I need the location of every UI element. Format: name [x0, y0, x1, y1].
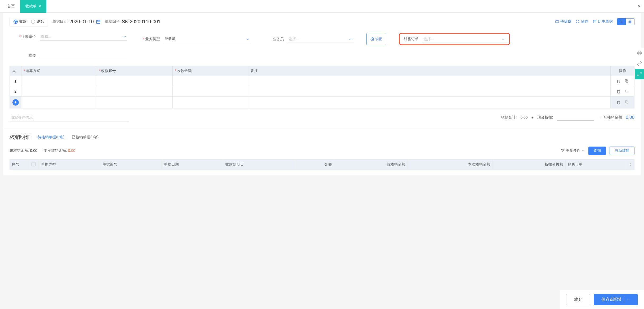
- discount-label: 现金折扣:: [537, 115, 553, 120]
- toolbar: 收款 退款 单据日期 2020-01-10 单据编号 SK-20200110-0…: [3, 13, 641, 29]
- unverified-amount: 未核销金额: 0.00: [10, 148, 37, 153]
- col-sort[interactable]: ▲▼: [627, 159, 634, 170]
- writeoff-label: 可核销金额: [603, 115, 622, 120]
- side-print-icon[interactable]: [635, 48, 644, 58]
- col-this-time[interactable]: 本次核销金额: [407, 159, 492, 170]
- col-discount[interactable]: 折扣分摊额: [492, 159, 565, 170]
- copy-icon[interactable]: [624, 100, 629, 104]
- doc-no-label: 单据编号: [105, 19, 120, 24]
- doc-no-field: 单据编号 SK-20200110-001: [105, 19, 160, 25]
- col-settlement: 结算方式: [21, 66, 97, 76]
- radio-icon: [31, 20, 35, 24]
- svg-line-35: [638, 75, 639, 76]
- sales-order-label: 销售订单: [402, 37, 422, 42]
- sales-order-input[interactable]: [422, 35, 507, 43]
- svg-marker-32: [561, 149, 564, 152]
- svg-line-34: [640, 72, 641, 74]
- svg-rect-17: [629, 21, 630, 22]
- customer-label: 往来单位: [16, 34, 40, 39]
- biz-type-select[interactable]: 应收款: [164, 35, 251, 43]
- doc-date-value[interactable]: 2020-01-10: [69, 19, 94, 25]
- total-label: 收款合计:: [501, 115, 517, 120]
- copy-icon[interactable]: [624, 79, 629, 83]
- col-sales-order[interactable]: 销售订单: [565, 159, 627, 170]
- table-row: 1: [10, 76, 634, 86]
- settings-button[interactable]: 设置: [366, 33, 386, 45]
- side-link-icon[interactable]: [635, 58, 644, 69]
- biz-type-label: 业务类型: [140, 37, 164, 42]
- col-doc-type[interactable]: 单据类型: [39, 159, 100, 170]
- side-expand-icon[interactable]: [635, 69, 644, 79]
- copy-icon[interactable]: [624, 89, 629, 93]
- col-pending[interactable]: 待核销金额: [334, 159, 407, 170]
- salesman-field: 业务员 ⋯: [264, 33, 354, 45]
- customer-field: 往来单位 ⋯: [16, 33, 127, 40]
- close-all-icon[interactable]: ×: [638, 3, 641, 9]
- calendar-icon[interactable]: [96, 19, 101, 24]
- col-doc-no[interactable]: 单据编号: [100, 159, 162, 170]
- delete-icon[interactable]: [616, 100, 621, 104]
- svg-rect-33: [638, 53, 641, 55]
- radio-icon: [14, 20, 18, 24]
- remarks-input[interactable]: [10, 114, 129, 121]
- svg-point-7: [576, 20, 577, 21]
- verify-table: 序号 单据类型 单据编号 单据日期 收款到期日 金额 待核销金额 本次核销金额 …: [10, 159, 634, 170]
- history-link[interactable]: 历史单据: [593, 19, 613, 24]
- tab-close-icon[interactable]: ×: [39, 4, 41, 9]
- this-time-amount: 本次核销金额: 0.00: [44, 148, 75, 153]
- col-amount[interactable]: 金额: [296, 159, 334, 170]
- view-toggle: [617, 18, 634, 25]
- salesman-label: 业务员: [264, 37, 288, 42]
- toolbar-right: 快捷键 操作 历史单据: [555, 18, 634, 25]
- lookup-icon[interactable]: ⋯: [502, 37, 506, 41]
- sales-order-field: 销售订单 ⋯: [399, 33, 510, 45]
- col-doc-date[interactable]: 单据日期: [162, 159, 223, 170]
- row-num: 1: [10, 76, 21, 86]
- svg-rect-19: [629, 22, 630, 23]
- verify-tab-done[interactable]: 已核销单据(0笔): [71, 133, 99, 141]
- col-due-date[interactable]: 收款到期日: [223, 159, 296, 170]
- view-list-icon[interactable]: [617, 19, 626, 25]
- tab-receipt[interactable]: 收款单 ×: [20, 0, 46, 13]
- main-content: 收款 退款 单据日期 2020-01-10 单据编号 SK-20200110-0…: [3, 13, 641, 175]
- col-seq: 序号: [10, 159, 28, 170]
- total-value: 0.00: [520, 115, 527, 120]
- select-all-checkbox[interactable]: [32, 162, 36, 166]
- writeoff-value: 0.00: [626, 115, 634, 120]
- summary-field: 摘要: [16, 52, 127, 59]
- delete-icon[interactable]: [616, 79, 621, 83]
- lookup-icon[interactable]: ⋯: [349, 37, 353, 41]
- svg-point-22: [14, 71, 15, 72]
- type-radio-group: 收款 退款: [10, 17, 48, 26]
- radio-receipt[interactable]: 收款: [14, 19, 27, 24]
- verify-tab-pending[interactable]: 待核销单据(0笔): [37, 133, 65, 141]
- customer-input[interactable]: [40, 33, 127, 40]
- view-grid-icon[interactable]: [626, 19, 634, 25]
- col-checkbox: [28, 159, 39, 170]
- lookup-icon[interactable]: ⋯: [122, 35, 126, 39]
- add-row-button[interactable]: +: [12, 99, 19, 106]
- auto-verify-button[interactable]: 自动核销: [610, 147, 634, 155]
- chevron-down-icon: [246, 37, 250, 41]
- shortcut-link[interactable]: 快捷键: [555, 19, 571, 24]
- plus-sign: +: [531, 115, 534, 120]
- gear-header[interactable]: [10, 66, 21, 76]
- more-conditions[interactable]: 更多条件: [561, 148, 585, 153]
- doc-date-label: 单据日期: [52, 19, 67, 24]
- side-rail: [635, 48, 644, 79]
- tab-home[interactable]: 首页: [2, 0, 20, 13]
- svg-rect-4: [556, 21, 559, 23]
- main-table: 结算方式 收款账号 收款金额 备注 操作 1 2: [10, 66, 634, 108]
- operate-link[interactable]: 操作: [576, 19, 588, 24]
- salesman-input[interactable]: [288, 35, 354, 43]
- doc-date-field: 单据日期 2020-01-10: [52, 19, 101, 25]
- summary-input[interactable]: [40, 52, 127, 59]
- svg-point-10: [579, 22, 579, 23]
- biz-type-field: 业务类型 应收款: [140, 33, 251, 45]
- radio-refund[interactable]: 退款: [31, 19, 44, 24]
- query-button[interactable]: 查询: [588, 147, 606, 155]
- delete-icon[interactable]: [616, 89, 621, 93]
- svg-rect-20: [630, 22, 631, 23]
- equals-sign: =: [598, 115, 600, 120]
- discount-input[interactable]: [557, 114, 594, 121]
